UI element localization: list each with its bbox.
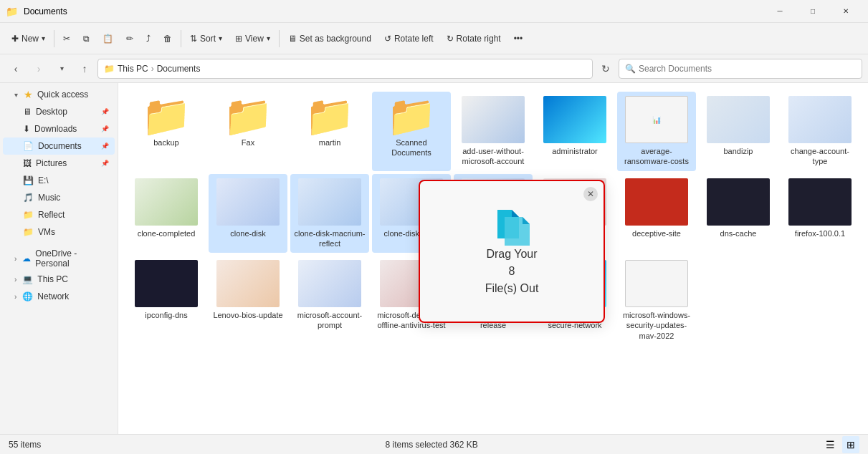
breadcrumb[interactable]: 📁 This PC › Documents (97, 59, 593, 79)
sidebar-item-desktop[interactable]: 🖥 Desktop 📌 (3, 103, 115, 120)
forward-button[interactable]: › (29, 59, 49, 79)
more-button[interactable]: ••• (508, 27, 529, 50)
sidebar-item-vms[interactable]: 📁 VMs (3, 223, 115, 241)
file-firefox[interactable]: firefox-100.0.1 (781, 174, 859, 253)
maximize-button[interactable]: □ (796, 0, 829, 23)
folder-label: Scanned Documents (375, 137, 448, 158)
drag-overlay: ✕ Drag Your8File(s) Out (419, 180, 605, 323)
file-clone-disk-macrium[interactable]: clone-disk-macrium-reflect (290, 174, 369, 253)
this-pc-expand-icon: › (14, 276, 16, 284)
address-bar: ‹ › ▾ ↑ 📁 This PC › Documents ↻ 🔍 (0, 54, 868, 83)
title-bar-controls: ─ □ ✕ (763, 0, 862, 23)
sidebar-item-network[interactable]: › 🌐 Network (3, 288, 115, 305)
file-administrator[interactable]: administrator (535, 92, 614, 171)
view-button[interactable]: ⊞ View ▾ (229, 27, 276, 50)
grid-view-button[interactable]: ⊞ (842, 436, 859, 453)
file-ipconfig-dns[interactable]: ipconfig-dns (127, 256, 206, 343)
file-thumbnail (543, 96, 606, 143)
this-pc-icon: 💻 (22, 274, 33, 284)
sidebar-item-reflect[interactable]: 📁 Reflect (3, 206, 115, 223)
file-lenovo-bios[interactable]: Lenovo-bios-update (209, 256, 287, 343)
drag-icon (490, 206, 533, 246)
drag-overlay-close-button[interactable]: ✕ (583, 187, 598, 201)
rotate-right-button[interactable]: ↻ Rotate right (441, 27, 507, 50)
sidebar-item-music[interactable]: 🎵 Music (3, 189, 115, 206)
recent-locations-button[interactable]: ▾ (52, 59, 72, 79)
set-background-button[interactable]: 🖥 Set as background (282, 27, 377, 50)
delete-button[interactable]: 🗑 (158, 27, 178, 50)
toolbar-divider-1 (54, 30, 54, 47)
status-bar: 55 items 8 items selected 362 KB ☰ ⊞ (0, 434, 868, 454)
sidebar-item-documents[interactable]: 📄 Documents 📌 (3, 137, 115, 155)
up-button[interactable]: ↑ (75, 59, 95, 79)
quick-access-star-icon: ★ (24, 89, 33, 100)
folder-icon: 📁 (141, 96, 191, 136)
file-area: 📁 backup 📁 Fax 📁 martin 📁 Scanned Docume… (118, 83, 868, 434)
breadcrumb-this-pc[interactable]: This PC (118, 64, 148, 74)
music-icon: 🎵 (23, 193, 34, 203)
sidebar-item-this-pc[interactable]: › 💻 This PC (3, 271, 115, 288)
folder-scanned-docs[interactable]: 📁 Scanned Documents (372, 92, 451, 171)
new-chevron-icon: ▾ (42, 34, 45, 42)
file-microsoft-windows-security[interactable]: microsoft-windows-security-updates-may-2… (617, 256, 696, 343)
sidebar-item-e-drive[interactable]: 💾 E:\ (3, 172, 115, 189)
rotate-left-button[interactable]: ↺ Rotate left (378, 27, 439, 50)
new-button[interactable]: ✚ New ▾ (6, 27, 51, 50)
pin-icon: 📌 (101, 108, 109, 115)
file-change-account-type[interactable]: change-account-type (781, 92, 859, 171)
folder-backup[interactable]: 📁 backup (127, 92, 206, 171)
toolbar: ✚ New ▾ ✂ ⧉ 📋 ✏ ⤴ 🗑 ⇅ Sort ▾ ⊞ View ▾ 🖥 … (0, 23, 868, 54)
file-thumbnail (216, 178, 280, 226)
rotate-right-icon: ↻ (447, 34, 454, 44)
file-dns-cache[interactable]: dns-cache (699, 174, 778, 253)
breadcrumb-documents[interactable]: Documents (157, 64, 201, 74)
cut-button[interactable]: ✂ (57, 27, 76, 50)
delete-icon: 🗑 (163, 34, 172, 44)
file-clone-disk[interactable]: clone-disk (209, 174, 287, 253)
minimize-button[interactable]: ─ (763, 0, 796, 23)
file-average-ransomware[interactable]: 📊 average-ransomware-costs (617, 92, 696, 171)
title-bar-left: 📁 Documents (6, 6, 67, 17)
file-clone-completed[interactable]: clone-completed (127, 174, 206, 253)
sidebar-item-downloads[interactable]: ⬇ Downloads 📌 (3, 120, 115, 137)
folder-martin[interactable]: 📁 martin (290, 92, 369, 171)
sidebar-item-quick-access[interactable]: ▾ ★ Quick access (3, 86, 115, 103)
toolbar-divider-3 (279, 30, 280, 47)
sort-chevron-icon: ▾ (219, 34, 222, 42)
list-view-button[interactable]: ☰ (822, 436, 839, 453)
documents-icon: 📄 (23, 141, 34, 151)
main-layout: ▾ ★ Quick access 🖥 Desktop 📌 ⬇ Downloads… (0, 83, 868, 434)
rename-icon: ✏ (126, 34, 133, 44)
onedrive-icon: ☁ (22, 253, 31, 264)
file-thumbnail (298, 260, 361, 307)
refresh-button[interactable]: ↻ (596, 59, 616, 79)
folder-label: martin (319, 137, 341, 148)
file-thumbnail (462, 96, 525, 143)
folder-fax[interactable]: 📁 Fax (209, 92, 287, 171)
sidebar: ▾ ★ Quick access 🖥 Desktop 📌 ⬇ Downloads… (0, 83, 118, 434)
search-input[interactable] (639, 64, 856, 74)
file-thumbnail (298, 178, 361, 226)
share-icon: ⤴ (146, 34, 151, 44)
paste-button[interactable]: 📋 (97, 27, 119, 50)
network-icon: 🌐 (22, 291, 33, 301)
sort-button[interactable]: ⇅ Sort ▾ (184, 27, 228, 50)
onedrive-expand-icon: › (14, 255, 16, 263)
sidebar-item-pictures[interactable]: 🖼 Pictures 📌 (3, 155, 115, 172)
folder-icon: 📁 (305, 96, 355, 136)
file-thumbnail (135, 260, 198, 307)
pin-icon: 📌 (101, 143, 109, 150)
close-button[interactable]: ✕ (829, 0, 862, 23)
file-microsoft-account-prompt[interactable]: microsoft-account-prompt (290, 256, 369, 343)
vms-icon: 📁 (23, 227, 34, 237)
share-button[interactable]: ⤴ (140, 27, 156, 50)
file-add-user[interactable]: add-user-without-microsoft-account (454, 92, 533, 171)
status-selected-info: 8 items selected 362 KB (385, 440, 477, 450)
rename-button[interactable]: ✏ (120, 27, 139, 50)
back-button[interactable]: ‹ (6, 59, 26, 79)
file-deceptive-site[interactable]: deceptive-site (617, 174, 696, 253)
folder-icon: 📁 (223, 96, 273, 136)
sidebar-item-onedrive[interactable]: › ☁ OneDrive - Personal (3, 246, 115, 271)
file-bandizip[interactable]: bandizip (699, 92, 778, 171)
copy-button[interactable]: ⧉ (77, 27, 95, 50)
